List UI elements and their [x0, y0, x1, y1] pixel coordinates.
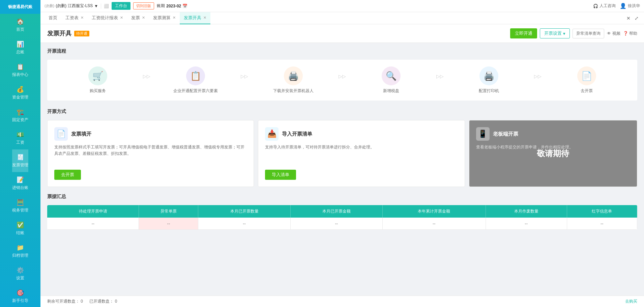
- content-area: 发票开具 待开通 立即开通 开票设置 ▾ 异常清单查询 👁 视频 ❓ 帮助: [40, 24, 644, 307]
- tab-发票开具[interactable]: 发票开具✕: [180, 12, 210, 24]
- summary-section: 待处理开票申请异常单票本月已开票数量本月已开票金额本年累计开票金额本月作废数量红…: [47, 205, 637, 230]
- method-title-boss: 老板端开票: [493, 131, 518, 137]
- period-info: 账期 2023-02 📅: [157, 3, 187, 9]
- process-label-4: 配置打印机: [479, 88, 499, 94]
- process-icon-4: 🖨️: [479, 66, 498, 85]
- method-card-manual[interactable]: 📄 发票填开 支持按照发票样式手工填写开发票；可开具增值税电子普通发票、增值税普…: [47, 120, 254, 187]
- company-name: (勿删) 江西服宝-LSS: [56, 3, 93, 9]
- app-logo: 畅捷通易代账: [0, 0, 40, 14]
- summary-cell-1: --: [139, 218, 198, 230]
- buy-link[interactable]: 去购买: [625, 299, 637, 304]
- method-card-import[interactable]: 📥 导入开票清单 支持导入待开票清单，可对待开票清单进行拆分、合并处理。 导入清…: [258, 120, 465, 187]
- process-label-5: 去开票: [581, 88, 593, 94]
- process-label-0: 购买服务: [90, 88, 106, 94]
- tab-发票测算[interactable]: 发票测算✕: [149, 12, 180, 24]
- company-selector[interactable]: (勿删) (勿删) 江西服宝-LSS ▼: [45, 3, 98, 9]
- user-service-btn[interactable]: 🎧 人工咨询: [593, 3, 616, 9]
- sidebar-item-资金管理[interactable]: 💰资金管理: [12, 82, 28, 104]
- body-content: 开票流程 🛒 购买服务 ▷▷ 📋 企业开通配置开票六要素 ▷▷ 🖨️ 下载并安装…: [40, 43, 644, 296]
- method-icon-boss: 📱: [476, 127, 490, 141]
- method-header-manual: 📄 发票填开: [54, 127, 247, 141]
- workspace-btn[interactable]: 工作台: [112, 2, 130, 10]
- tab-发票[interactable]: 发票✕: [127, 12, 149, 24]
- sidebar-item-税务管理[interactable]: 🧮税务管理: [12, 195, 28, 217]
- tab-首页[interactable]: 首页: [45, 12, 61, 24]
- help-btn[interactable]: ❓ 帮助: [623, 31, 637, 36]
- summary-cell-3: --: [290, 218, 382, 230]
- page-title: 发票开具: [47, 29, 71, 37]
- sidebar-item-报表中心[interactable]: 📋报表中心: [12, 59, 28, 82]
- process-label-2: 下载并安装开票机器人: [273, 88, 314, 94]
- summary-cell-0: --: [47, 218, 139, 230]
- page-title-area: 发票开具 待开通: [47, 29, 89, 37]
- process-step-0[interactable]: 🛒 购买服务: [54, 66, 142, 94]
- user-avatar-area[interactable]: 👤 徐洪华: [620, 3, 640, 9]
- sidebar-item-归档管理[interactable]: 📁归档管理: [12, 240, 28, 262]
- process-step-3[interactable]: 🔍 新增税盘: [347, 66, 435, 94]
- method-desc-manual: 支持按照发票样式手工填写开发票；可开具增值税电子普通发票、增值税普通发票、增值税…: [54, 144, 247, 164]
- copy-icon[interactable]: ⬜: [104, 4, 109, 8]
- process-section-title: 开票流程: [47, 48, 637, 54]
- main-area: (勿删) (勿删) 江西服宝-LSS ▼ ⬜ 工作台 切到旧版 账期 2023-…: [40, 0, 644, 307]
- process-arrow-2: ▷▷: [241, 74, 248, 79]
- summary-section-title: 票据汇总: [47, 194, 637, 200]
- tab-工资统计报表[interactable]: 工资统计报表✕: [88, 12, 127, 24]
- abnormal-query-btn[interactable]: 异常清单查询: [573, 29, 604, 38]
- restore-tab-btn[interactable]: ⤢: [633, 15, 640, 22]
- process-step-1[interactable]: 📋 企业开通配置开票六要素: [152, 66, 239, 94]
- process-icon-1: 📋: [186, 66, 205, 85]
- summary-header: 本月已开票金额: [290, 205, 382, 218]
- method-desc-import: 支持导入待开票清单，可对待开票清单进行拆分、合并处理。: [265, 144, 458, 164]
- sidebar-item-设置[interactable]: ⚙️设置: [12, 262, 28, 285]
- eye-icon: 👁: [607, 31, 611, 36]
- process-icon-3: 🔍: [382, 66, 401, 85]
- summary-cell-6: --: [567, 218, 637, 230]
- sidebar-item-固定资产[interactable]: 🏗️固定资产: [12, 104, 28, 127]
- sidebar-item-总账[interactable]: 📊总账: [12, 36, 28, 59]
- summary-cell-5: --: [486, 218, 567, 230]
- content-footer: 剩余可开通数盘： 0 已开通数盘： 0 去购买: [40, 296, 644, 307]
- method-btn-import[interactable]: 导入清单: [265, 170, 296, 180]
- method-card-boss: 📱 老板端开票 查看老板端小程序提交的开票申请，并作出相应处理。 敬请期待: [469, 120, 637, 187]
- summary-header: 本月已开票数量: [198, 205, 290, 218]
- summary-header: 本年累计开票金额: [382, 205, 486, 218]
- tab-close-icon[interactable]: ✕: [81, 16, 84, 20]
- method-icon-import: 📥: [265, 127, 279, 141]
- view-btn[interactable]: 👁 视频: [607, 31, 620, 36]
- method-title-import: 导入开票清单: [282, 131, 312, 137]
- sidebar-item-结账[interactable]: ✅结账: [12, 217, 28, 240]
- method-btn-manual[interactable]: 去开票: [54, 170, 81, 180]
- process-step-5[interactable]: 📄 去开票: [543, 66, 631, 94]
- method-title-manual: 发票填开: [71, 131, 91, 137]
- tab-close-icon[interactable]: ✕: [203, 16, 206, 20]
- process-icon-5: 📄: [577, 66, 596, 85]
- sidebar-item-首页[interactable]: 🏠首页: [12, 14, 28, 36]
- tab-close-icon[interactable]: ✕: [142, 16, 145, 20]
- calendar-icon[interactable]: 📅: [182, 4, 187, 8]
- process-step-4[interactable]: 🖨️ 配置打印机: [445, 66, 533, 94]
- process-label-1: 企业开通配置开票六要素: [173, 88, 218, 94]
- summary-cell-4: --: [382, 218, 486, 230]
- process-step-2[interactable]: 🖨️ 下载并安装开票机器人: [250, 66, 337, 94]
- process-icon-0: 🛒: [88, 66, 107, 85]
- tab-工资表[interactable]: 工资表✕: [61, 12, 88, 24]
- tab-close-icon[interactable]: ✕: [120, 16, 123, 20]
- chevron-down-icon: ▾: [563, 31, 565, 36]
- sidebar-item-进销台账[interactable]: 📝进销台账: [12, 172, 28, 195]
- sidebar-item-新手引导[interactable]: 🎯新手引导: [12, 285, 28, 307]
- summary-header: 待处理开票申请: [47, 205, 139, 218]
- sidebar-item-工资[interactable]: 💵工资: [12, 127, 28, 149]
- process-arrow-5: ▷▷: [534, 74, 541, 79]
- switch-version-btn[interactable]: 切到旧版: [133, 2, 154, 9]
- open-settings-btn[interactable]: 开票设置 ▾: [540, 28, 570, 38]
- process-flow: 🛒 购买服务 ▷▷ 📋 企业开通配置开票六要素 ▷▷ 🖨️ 下载并安装开票机器人…: [47, 60, 637, 101]
- open-now-btn[interactable]: 立即开通: [510, 28, 537, 38]
- process-icon-2: 🖨️: [284, 66, 303, 85]
- method-header-boss: 📱 老板端开票: [476, 127, 630, 141]
- headset-icon: 🎧: [593, 4, 598, 8]
- topbar-left: (勿删) (勿删) 江西服宝-LSS ▼ ⬜ 工作台 切到旧版 账期 2023-…: [45, 2, 187, 10]
- tab-close-icon[interactable]: ✕: [173, 16, 176, 20]
- sidebar-item-发票管理[interactable]: 🧾发票管理: [12, 149, 28, 172]
- close-tab-btn[interactable]: ✕: [625, 15, 632, 22]
- summary-header: 红字信息单: [567, 205, 637, 218]
